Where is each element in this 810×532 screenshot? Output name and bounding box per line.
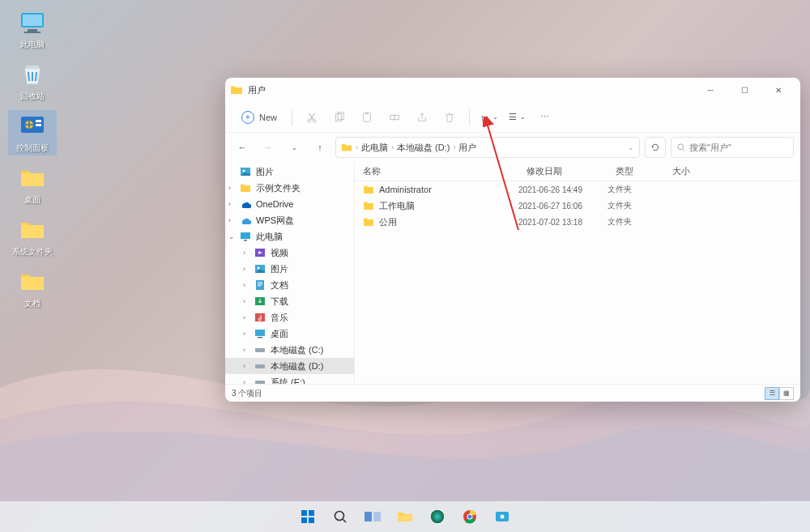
search-button[interactable] <box>326 503 354 530</box>
sidebar-item-4[interactable]: 此电脑 <box>225 228 354 245</box>
thispc-icon <box>240 231 251 242</box>
icons-view-button[interactable]: ▦ <box>779 387 794 400</box>
svg-point-45 <box>431 510 444 523</box>
column-name[interactable]: 名称 <box>355 165 518 177</box>
svg-rect-20 <box>244 240 247 241</box>
item-count: 3 个项目 <box>232 388 262 399</box>
svg-rect-28 <box>258 337 262 338</box>
details-view-button[interactable]: ☰ <box>765 387 779 400</box>
windows-icon <box>300 509 316 525</box>
sidebar-item-10[interactable]: 桌面 <box>225 326 354 342</box>
trash-icon <box>444 112 455 123</box>
share-button[interactable] <box>409 106 435 129</box>
column-date[interactable]: 修改日期 <box>518 165 608 177</box>
desktop-icon-folder-1[interactable]: 桌面 <box>8 162 57 207</box>
recent-button[interactable]: ⌄ <box>284 137 305 158</box>
more-icon: ⋯ <box>540 112 549 122</box>
minimize-button[interactable]: ─ <box>693 79 727 101</box>
toolbar: + New ↑↓ ⌄ ☰ ⌄ ⋯ <box>225 102 800 133</box>
sidebar-item-1[interactable]: 示例文件夹 <box>225 180 354 196</box>
up-button[interactable]: ↑ <box>309 137 330 158</box>
file-row[interactable]: 公用2021-07-02 13:18文件夹 <box>355 214 800 230</box>
folder-icon <box>363 216 374 228</box>
maximize-button[interactable]: ☐ <box>727 79 761 101</box>
pictures-icon <box>254 263 266 275</box>
control-panel-icon <box>18 112 47 141</box>
desktop-icon-folder-2[interactable]: 系统文件夹 <box>8 214 57 259</box>
sidebar-item-7[interactable]: 文档 <box>225 277 354 293</box>
onedrive-icon <box>240 198 251 210</box>
svg-point-50 <box>501 515 505 519</box>
chrome-icon <box>462 509 478 525</box>
sidebar-item-5[interactable]: 视频 <box>225 245 354 261</box>
desktop-icon-control[interactable]: 控制面板 <box>8 110 57 155</box>
desktop-icon-thispc[interactable]: 此电脑 <box>8 6 57 52</box>
svg-rect-1 <box>23 15 42 26</box>
settings-icon <box>494 509 510 525</box>
new-button[interactable]: + New <box>233 106 285 129</box>
desktop-icon-folder-3[interactable]: 文档 <box>8 266 57 311</box>
settings-button[interactable] <box>488 503 516 530</box>
desktop-icon <box>254 328 266 339</box>
paste-icon <box>361 112 373 123</box>
breadcrumb[interactable]: › 此电脑 › 本地磁盘 (D:) › 用户 ⌄ <box>335 137 640 158</box>
sidebar-item-13[interactable]: 系统 (E:) <box>225 374 354 384</box>
file-row[interactable]: Administrator2021-06-26 14:49文件夹 <box>355 181 800 198</box>
sidebar-item-9[interactable]: 音乐 <box>225 309 354 326</box>
sidebar-item-11[interactable]: 本地磁盘 (C:) <box>225 342 354 358</box>
refresh-button[interactable] <box>645 137 666 158</box>
copy-button[interactable] <box>326 106 352 129</box>
sort-button[interactable]: ↑↓ ⌄ <box>476 106 502 129</box>
folder-icon <box>18 215 47 245</box>
rename-button[interactable] <box>382 106 407 129</box>
folder-icon <box>396 509 414 524</box>
svg-rect-38 <box>301 517 307 523</box>
music-icon <box>254 312 266 323</box>
svg-rect-2 <box>28 29 37 32</box>
search-input[interactable]: 搜索"用户" <box>671 137 794 158</box>
folder-icon <box>363 184 374 195</box>
sidebar-item-0[interactable]: 图片 <box>225 164 354 180</box>
svg-point-18 <box>243 170 245 172</box>
plus-icon: + <box>241 111 254 124</box>
taskview-icon <box>364 509 382 524</box>
sidebar-item-12[interactable]: 本地磁盘 (D:) <box>225 358 354 374</box>
view-button[interactable]: ☰ ⌄ <box>504 106 530 129</box>
folder-icon <box>18 164 47 193</box>
chevron-down-icon[interactable]: ⌄ <box>628 143 634 151</box>
explorer-button[interactable] <box>391 503 419 530</box>
taskview-button[interactable] <box>359 503 386 530</box>
drive-icon <box>254 360 266 372</box>
more-button[interactable]: ⋯ <box>531 106 557 129</box>
sidebar-item-2[interactable]: OneDrive <box>225 196 354 212</box>
file-row[interactable]: 工作电脑2021-06-27 16:06文件夹 <box>355 198 800 214</box>
sidebar-item-6[interactable]: 图片 <box>225 261 354 277</box>
folder-icon <box>230 83 243 96</box>
svg-rect-19 <box>241 232 250 239</box>
sidebar: 图片示例文件夹OneDriveWPS网盘此电脑视频图片文档下载音乐桌面本地磁盘 … <box>225 162 355 384</box>
sort-icon: ↑↓ <box>480 113 489 122</box>
svg-point-34 <box>262 382 264 384</box>
delete-button[interactable] <box>437 106 463 129</box>
column-type[interactable]: 类型 <box>608 165 664 177</box>
sidebar-item-8[interactable]: 下载 <box>225 293 354 309</box>
back-button[interactable]: ← <box>232 137 253 158</box>
forward-button[interactable]: → <box>258 137 279 158</box>
desktop-icon-recycle[interactable]: 回收站 <box>8 58 57 104</box>
svg-rect-36 <box>301 510 307 516</box>
explorer-window: 用户 ─ ☐ ✕ + New ↑↓ ⌄ ☰ ⌄ ⋯ ← → ⌄ ↑ › 此电脑 … <box>225 78 800 402</box>
titlebar[interactable]: 用户 ─ ☐ ✕ <box>225 78 800 102</box>
column-size[interactable]: 大小 <box>664 165 713 177</box>
share-icon <box>416 112 428 123</box>
chrome-button[interactable] <box>456 503 484 530</box>
paste-button[interactable] <box>354 106 380 129</box>
start-button[interactable] <box>294 503 322 530</box>
folder-icon <box>363 200 374 211</box>
cut-button[interactable] <box>299 106 325 129</box>
window-title: 用户 <box>248 84 266 96</box>
svg-rect-24 <box>256 280 264 290</box>
edge-button[interactable] <box>424 503 451 530</box>
close-button[interactable]: ✕ <box>761 79 795 101</box>
svg-rect-4 <box>26 66 39 68</box>
sidebar-item-3[interactable]: WPS网盘 <box>225 212 354 228</box>
